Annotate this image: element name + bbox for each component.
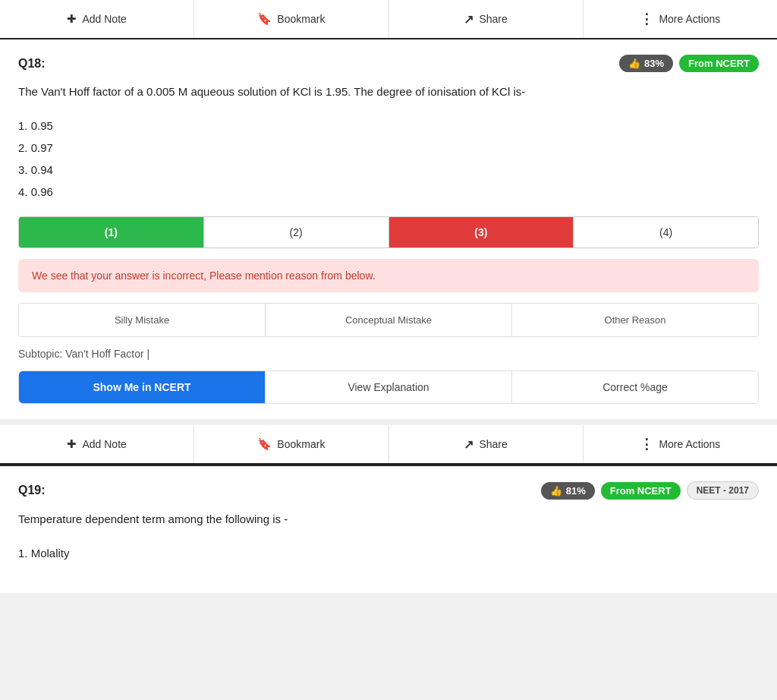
question-19-card: Q19: 81% From NCERT NEET - 2017 Temperat… xyxy=(0,466,777,593)
q18-option-2: 2. 0.97 xyxy=(18,137,759,159)
show-me-ncert-button[interactable]: Show Me in NCERT xyxy=(19,371,265,403)
share-top-icon xyxy=(464,12,473,27)
q18-number: Q18: xyxy=(18,57,46,71)
share-bottom-button[interactable]: Share xyxy=(389,425,584,463)
bookmark-top-button[interactable]: Bookmark xyxy=(194,0,388,38)
bookmark-bottom-label: Bookmark xyxy=(277,438,325,450)
reason-conceptual-mistake[interactable]: Conceptual Mistake xyxy=(265,304,511,336)
bottom-toolbar: Add Note Bookmark Share More Actions xyxy=(0,425,777,465)
q18-option-3: 3. 0.94 xyxy=(18,159,759,181)
more-actions-top-label: More Actions xyxy=(659,13,720,25)
more-actions-bottom-label: More Actions xyxy=(659,438,720,450)
q19-option-1: 1. Molality xyxy=(18,542,759,564)
q18-option-1: 1. 0.95 xyxy=(18,115,759,137)
q19-header: Q19: 81% From NCERT NEET - 2017 xyxy=(18,481,759,500)
reason-silly-mistake[interactable]: Silly Mistake xyxy=(19,304,265,336)
bookmark-top-icon xyxy=(257,12,272,26)
q19-thumb-icon xyxy=(550,485,562,497)
add-note-top-button[interactable]: Add Note xyxy=(0,0,194,38)
correct-percentage-button[interactable]: Correct %age xyxy=(511,371,758,403)
add-note-top-label: Add Note xyxy=(82,13,126,25)
bookmark-bottom-icon xyxy=(257,437,272,451)
q18-badges: 83% From NCERT xyxy=(619,55,759,72)
q19-accuracy-badge: 81% xyxy=(541,482,595,500)
q18-ncert-badge: From NCERT xyxy=(679,55,759,72)
share-top-button[interactable]: Share xyxy=(389,0,584,38)
share-top-label: Share xyxy=(479,13,507,25)
bookmark-top-label: Bookmark xyxy=(277,13,325,25)
share-bottom-label: Share xyxy=(479,438,507,450)
answer-tab-2[interactable]: (2) xyxy=(203,217,388,248)
more-actions-bottom-button[interactable]: More Actions xyxy=(584,425,777,463)
q19-ncert-badge: From NCERT xyxy=(601,482,681,500)
answer-tab-3[interactable]: (3) xyxy=(388,217,574,248)
more-actions-top-icon xyxy=(640,11,653,27)
add-note-bottom-button[interactable]: Add Note xyxy=(0,425,194,463)
view-explanation-button[interactable]: View Explanation xyxy=(265,371,511,403)
q18-reason-row: Silly Mistake Conceptual Mistake Other R… xyxy=(18,303,759,337)
add-note-bottom-icon xyxy=(67,437,77,451)
reason-other[interactable]: Other Reason xyxy=(511,304,758,336)
q18-options: 1. 0.95 2. 0.97 3. 0.94 4. 0.96 xyxy=(18,115,759,203)
q18-accuracy-value: 83% xyxy=(644,58,664,69)
q19-question-text: Temperature dependent term among the fol… xyxy=(18,510,759,528)
q18-incorrect-text: We see that your answer is incorrect, Pl… xyxy=(32,270,376,282)
q18-question-text: The Van't Hoff factor of a 0.005 M aqueo… xyxy=(18,83,759,101)
q19-accuracy-value: 81% xyxy=(566,485,586,497)
q19-number: Q19: xyxy=(18,484,46,497)
more-actions-bottom-icon xyxy=(640,436,653,452)
q19-options: 1. Molality xyxy=(18,542,759,564)
q18-header: Q18: 83% From NCERT xyxy=(18,55,759,72)
q18-subtopic-value: Van't Hoff Factor | xyxy=(65,348,149,360)
thumb-icon xyxy=(628,58,640,69)
q19-badges: 81% From NCERT NEET - 2017 xyxy=(541,481,759,500)
answer-tab-4[interactable]: (4) xyxy=(573,217,758,248)
q18-answer-tabs: (1) (2) (3) (4) xyxy=(18,216,759,248)
more-actions-top-button[interactable]: More Actions xyxy=(584,0,777,38)
q18-accuracy-badge: 83% xyxy=(619,55,673,72)
question-18-card: Q18: 83% From NCERT The Van't Hoff facto… xyxy=(0,39,777,419)
q18-option-4: 4. 0.96 xyxy=(18,181,759,203)
answer-tab-1[interactable]: (1) xyxy=(19,217,203,248)
q19-neet-badge: NEET - 2017 xyxy=(687,481,759,500)
add-note-bottom-label: Add Note xyxy=(82,438,126,450)
q18-action-tabs: Show Me in NCERT View Explanation Correc… xyxy=(18,370,759,404)
q18-subtopic-label: Subtopic: xyxy=(18,348,62,360)
share-bottom-icon xyxy=(464,437,473,452)
q18-incorrect-notice: We see that your answer is incorrect, Pl… xyxy=(18,259,759,292)
add-note-top-icon xyxy=(67,12,77,26)
top-toolbar: Add Note Bookmark Share More Actions xyxy=(0,0,777,39)
bookmark-bottom-button[interactable]: Bookmark xyxy=(194,425,388,463)
q18-subtopic: Subtopic: Van't Hoff Factor | xyxy=(18,348,759,360)
